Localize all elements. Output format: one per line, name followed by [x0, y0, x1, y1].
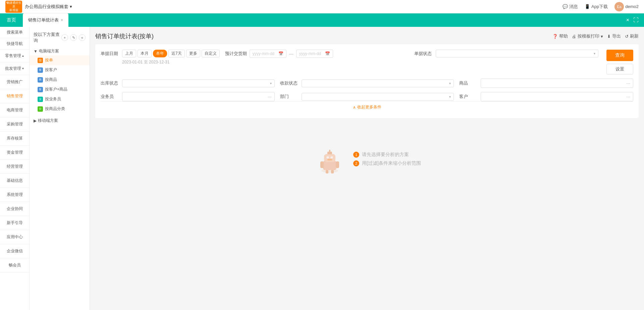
date-range-text: 2023-01-01 至 2023-12-31	[122, 59, 220, 65]
app-selector[interactable]: 办公用品行业模拟账套 ▾	[25, 4, 72, 10]
reset-btn[interactable]: 设置	[606, 64, 633, 74]
status-select[interactable]: ▾	[436, 50, 598, 57]
dept-select[interactable]: ▾	[302, 93, 454, 101]
scheme-icon-customer-product: 客	[38, 87, 43, 92]
message-icon: 💬	[562, 4, 568, 9]
sidebar-item-label-corpwechat: 企业微信	[7, 248, 23, 254]
sidebar-quick-nav[interactable]: 快捷导航	[0, 38, 29, 50]
sidebar-item-operations[interactable]: 经营管理	[0, 160, 29, 174]
calendar-icon1: 📅	[278, 51, 283, 56]
scheme-panel-actions: + ✎ «	[61, 34, 86, 41]
svg-rect-2	[326, 170, 328, 173]
sidebar-item-retail[interactable]: 零售管理	[0, 50, 29, 62]
salesperson-select[interactable]: ···	[122, 92, 275, 101]
tab-actions: × ⛶	[626, 17, 639, 23]
scheme-group-mobile-arrow: ▶	[34, 118, 37, 123]
scheme-collapse-btn[interactable]: «	[79, 34, 86, 41]
scheme-item-by-product[interactable]: 商 按商品	[30, 75, 90, 85]
empty-hint2: 2 用[过滤]条件来缩小分析范围	[353, 160, 421, 166]
hint-text1: 请先选择要分析的方案	[362, 152, 409, 158]
scheme-icon-customer: 客	[38, 67, 43, 73]
help-btn[interactable]: ❓ 帮助	[552, 33, 568, 39]
sidebar-item-label-member: 畅会员	[9, 262, 21, 268]
scheme-item-by-customer-product[interactable]: 客 按客户+商品	[30, 85, 90, 94]
filter-row2: 出库状态 ▾ 收款状态 ▾ 商品	[101, 79, 633, 88]
salesperson-dots-icon[interactable]: ···	[268, 94, 272, 99]
export-btn[interactable]: ⬇ 导出	[607, 33, 621, 39]
customer-select[interactable]: ···	[481, 92, 633, 101]
sidebar-item-sales[interactable]: 销售管理	[0, 89, 29, 103]
sidebar-item-enterprise[interactable]: 企业协同	[0, 202, 29, 216]
sidebar-search[interactable]: 搜索菜单	[0, 27, 29, 38]
app-download-btn[interactable]: 📱 App下载	[585, 4, 608, 10]
product-select[interactable]: ···	[481, 79, 633, 88]
tab-home[interactable]: 首页	[0, 13, 23, 27]
hint-num1: 1	[353, 152, 359, 158]
expected-date-end-input[interactable]: yyyy-mm-dd 📅	[296, 50, 333, 58]
custom-btn[interactable]: 自定义	[202, 50, 220, 57]
user-avatar-area[interactable]: Ea demo2	[614, 2, 639, 11]
customer-dots-icon[interactable]: ···	[626, 94, 630, 99]
this-year-btn[interactable]: 本年	[153, 50, 167, 57]
sidebar-item-member[interactable]: 畅会员	[0, 258, 29, 272]
message-label: 消息	[569, 4, 578, 10]
scheme-item-by-salesperson[interactable]: 业 按业务员	[30, 94, 90, 104]
sidebar-item-newguide[interactable]: 新手引导	[0, 216, 29, 230]
scheme-group-pc-arrow: ▼	[34, 49, 38, 54]
sidebar-item-inventory[interactable]: 库存核算	[0, 132, 29, 146]
print-btn[interactable]: 🖨 按模板打印 ▾	[572, 33, 603, 39]
sidebar-item-appcenter[interactable]: 应用中心	[0, 230, 29, 244]
sidebar-item-finance[interactable]: 资金管理	[0, 146, 29, 160]
more-btn[interactable]: 更多	[186, 50, 200, 57]
refresh-btn[interactable]: ↺ 刷新	[625, 33, 639, 39]
sidebar-item-corpwechat[interactable]: 企业微信	[0, 244, 29, 258]
scheme-edit-btn[interactable]: ✎	[70, 34, 77, 41]
scheme-item-label-by-category: 按商品分类	[45, 106, 65, 112]
empty-hints: 1 请先选择要分析的方案 2 用[过滤]条件来缩小分析范围	[353, 152, 421, 166]
sidebar-item-wholesale[interactable]: 批发管理	[0, 62, 29, 75]
content: 按以下方案查询 + ✎ « ▼ 电脑端方案 按 按单 客 按客户	[30, 27, 644, 310]
scheme-group-pc-title[interactable]: ▼ 电脑端方案	[30, 47, 90, 55]
sidebar-item-label-ecommerce: 电商管理	[7, 107, 23, 113]
sidebar-item-basicinfo[interactable]: 基础信息	[0, 174, 29, 188]
this-month-btn[interactable]: 本月	[138, 50, 152, 57]
scheme-item-by-category[interactable]: 分 按商品分类	[30, 104, 90, 114]
sidebar-item-ecommerce[interactable]: 电商管理	[0, 103, 29, 117]
hint-num2: 2	[353, 160, 359, 166]
scheme-item-label-by-order: 按单	[45, 57, 53, 63]
sidebar-item-purchase[interactable]: 采购管理	[0, 117, 29, 132]
scheme-item-label-by-customer: 按客户	[45, 67, 57, 73]
tab-maximize-icon[interactable]: ⛶	[633, 17, 639, 23]
expected-date-start-input[interactable]: yyyy-mm-dd 📅	[250, 50, 286, 58]
tab-minimize-icon[interactable]: ×	[626, 17, 629, 23]
payment-select[interactable]: ▾	[302, 80, 454, 87]
scheme-icon-product: 商	[38, 77, 43, 83]
page-header: 销售订单统计表(按单) ❓ 帮助 🖨 按模板打印 ▾ ⬇ 导出	[95, 32, 639, 40]
scheme-add-btn[interactable]: +	[61, 34, 68, 41]
scheme-group-mobile-title[interactable]: ▶ 移动端方案	[30, 116, 90, 125]
last-month-btn[interactable]: 上月	[122, 50, 136, 57]
delivery-select[interactable]: ▾	[122, 80, 275, 87]
date-separator: —	[289, 51, 293, 56]
query-btn[interactable]: 查询	[606, 50, 633, 61]
message-btn[interactable]: 💬 消息	[562, 4, 578, 10]
scheme-item-by-customer[interactable]: 客 按客户	[30, 65, 90, 75]
app-download-label: App下载	[591, 4, 608, 10]
refresh-icon: ↺	[625, 34, 629, 39]
tab-sales-stats[interactable]: 销售订单统计表 ×	[23, 13, 68, 27]
print-icon: 🖨	[572, 34, 576, 39]
last7days-btn[interactable]: 近7天	[168, 50, 185, 57]
product-dots-icon[interactable]: ···	[626, 81, 630, 86]
scheme-group-pc: ▼ 电脑端方案 按 按单 客 按客户 商 按商品 客 按客户+商品	[30, 46, 90, 115]
tab-close-icon[interactable]: ×	[61, 18, 63, 22]
filter-row3: 业务员 ··· 部门 ▾ 客户	[101, 92, 633, 101]
scheme-item-by-order[interactable]: 按 按单	[30, 55, 90, 65]
sidebar-item-marketing[interactable]: 营销推广	[0, 75, 29, 89]
export-icon: ⬇	[607, 34, 611, 39]
svg-rect-5	[336, 161, 339, 168]
collapse-bar[interactable]: ∧ 收起更多条件	[101, 101, 633, 113]
tab-label: 销售订单统计表	[28, 17, 59, 23]
scheme-panel-title: 按以下方案查询	[34, 32, 61, 44]
sidebar-item-label-wholesale: 批发管理	[5, 66, 21, 71]
sidebar-item-system[interactable]: 系统管理	[0, 188, 29, 202]
